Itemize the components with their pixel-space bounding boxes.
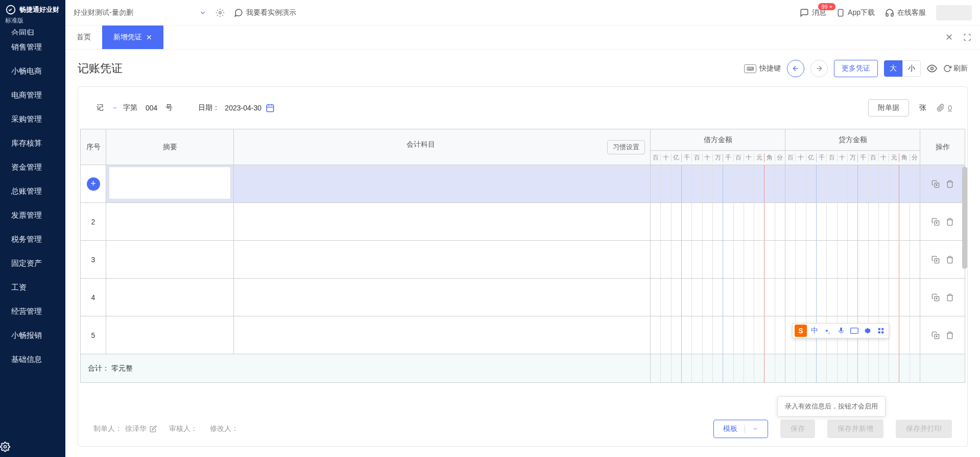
ime-lang[interactable]: 中 <box>809 325 820 336</box>
brand-name: 畅捷通好业财 <box>19 5 59 14</box>
tab-home[interactable]: 首页 <box>65 26 102 49</box>
template-button[interactable]: 模板 <box>713 420 768 438</box>
ime-skin-icon[interactable] <box>862 325 873 336</box>
sidebar-item-10[interactable]: 固定资产 <box>0 252 65 276</box>
delete-row-icon[interactable] <box>946 218 954 226</box>
account-cell[interactable] <box>234 316 651 354</box>
sidebar-item-0[interactable]: 合同归 <box>0 28 65 35</box>
summary-cell[interactable] <box>106 241 234 279</box>
sidebar-item-6[interactable]: 资金管理 <box>0 155 65 179</box>
attachment-count[interactable]: 0 <box>937 104 952 112</box>
modifier-label: 修改人： <box>210 424 238 433</box>
close-icon[interactable]: ✕ <box>146 33 152 41</box>
refresh-button[interactable]: 刷新 <box>943 64 968 73</box>
debit-cell[interactable] <box>651 279 785 316</box>
copy-row-icon[interactable] <box>931 293 940 302</box>
tab-new-voucher[interactable]: 新增凭证 ✕ <box>102 26 163 49</box>
delete-row-icon[interactable] <box>946 293 954 302</box>
debit-cell[interactable] <box>651 241 785 279</box>
add-row-button[interactable]: + <box>87 177 100 191</box>
credit-cell[interactable] <box>785 241 920 279</box>
copy-row-icon[interactable] <box>931 331 940 339</box>
tab-close-all-icon[interactable]: ✕ <box>943 32 954 43</box>
debit-cell[interactable] <box>651 316 785 354</box>
shortcut-button[interactable]: ⌨ 快捷键 <box>744 64 781 73</box>
sidebar-item-13[interactable]: 小畅报销 <box>0 324 65 348</box>
avatar[interactable] <box>936 5 972 20</box>
chevron-down-icon[interactable] <box>112 105 118 111</box>
fullscreen-icon[interactable] <box>962 32 973 43</box>
delete-row-icon[interactable] <box>946 180 954 188</box>
copy-row-icon[interactable] <box>931 256 940 264</box>
attach-document-button[interactable]: 附单据 <box>868 99 909 117</box>
tenant-settings-icon[interactable] <box>216 8 225 17</box>
voucher-type[interactable]: 记 <box>93 102 107 113</box>
voucher-number[interactable]: 004 <box>142 103 160 113</box>
copy-row-icon[interactable] <box>931 218 940 226</box>
delete-row-icon[interactable] <box>946 331 954 339</box>
digit-label: 千 <box>817 153 827 162</box>
more-vouchers-button[interactable]: 更多凭证 <box>834 60 878 77</box>
total-cell: 合计： 零元整 <box>81 354 651 383</box>
ime-keyboard-icon[interactable] <box>849 325 860 336</box>
credit-cell[interactable] <box>785 203 920 241</box>
summary-input[interactable] <box>109 167 231 199</box>
ime-punct-icon[interactable]: •, <box>822 325 833 336</box>
debit-cell[interactable] <box>651 203 785 241</box>
summary-cell[interactable] <box>106 279 234 316</box>
sidebar-item-2[interactable]: 小畅电商 <box>0 59 65 83</box>
credit-cell[interactable] <box>785 165 920 203</box>
app-download-button[interactable]: App下载 <box>836 8 875 17</box>
sidebar-settings-button[interactable] <box>0 437 65 457</box>
habit-settings-button[interactable]: 习惯设置 <box>607 140 645 154</box>
customer-service-button[interactable]: 在线客服 <box>885 8 926 17</box>
sidebar-item-11[interactable]: 工资 <box>0 276 65 300</box>
sidebar-item-1[interactable]: 销售管理 <box>0 35 65 59</box>
page-header: 记账凭证 ⌨ 快捷键 更多凭证 大 小 <box>78 60 968 77</box>
copy-row-icon[interactable] <box>931 180 940 188</box>
service-label: 在线客服 <box>897 8 926 17</box>
prev-voucher-button[interactable] <box>787 60 804 77</box>
summary-cell[interactable] <box>106 203 234 241</box>
size-large-option[interactable]: 大 <box>884 60 902 77</box>
account-cell[interactable] <box>234 241 651 279</box>
debit-cell[interactable] <box>651 165 785 203</box>
summary-cell[interactable] <box>106 165 234 203</box>
ime-toolbar[interactable]: S 中 •, <box>792 323 889 338</box>
ime-menu-icon[interactable] <box>875 325 887 336</box>
sidebar-item-7[interactable]: 总账管理 <box>0 179 65 203</box>
logo-icon <box>5 4 16 15</box>
sidebar-item-12[interactable]: 经营管理 <box>0 300 65 324</box>
edit-icon[interactable] <box>150 425 157 432</box>
sidebar-item-3[interactable]: 电商管理 <box>0 83 65 107</box>
sidebar-item-4[interactable]: 采购管理 <box>0 107 65 131</box>
messages-button[interactable]: 消息 99 + <box>800 8 826 17</box>
date-input[interactable]: 2023-04-30 <box>225 103 275 112</box>
account-cell[interactable] <box>234 165 651 203</box>
scrollbar-thumb[interactable] <box>962 167 967 269</box>
account-cell[interactable] <box>234 203 651 241</box>
summary-cell[interactable] <box>106 316 234 354</box>
next-voucher-button[interactable] <box>810 60 828 77</box>
credit-cell[interactable] <box>785 279 920 316</box>
sidebar-item-9[interactable]: 税务管理 <box>0 227 65 252</box>
sidebar-item-8[interactable]: 发票管理 <box>0 203 65 227</box>
svg-rect-8 <box>267 105 274 112</box>
svg-rect-31 <box>881 331 883 333</box>
th-credit: 贷方金额 <box>785 129 920 151</box>
demo-link[interactable]: 我要看实例演示 <box>234 8 296 17</box>
voucher-footer: 制单人： 徐泽华 审核人： 修改人： 模板 <box>78 409 967 438</box>
demo-link-label: 我要看实例演示 <box>246 8 296 17</box>
size-small-option[interactable]: 小 <box>902 60 921 77</box>
hao-label: 号 <box>165 103 173 112</box>
delete-row-icon[interactable] <box>946 256 954 264</box>
sidebar-item-5[interactable]: 库存核算 <box>0 131 65 155</box>
tenant-selector[interactable]: 好业财测试-量勿删 <box>74 8 206 17</box>
svg-rect-28 <box>878 328 880 330</box>
sidebar-item-14[interactable]: 基础信息 <box>0 348 65 372</box>
visibility-toggle-icon[interactable] <box>927 63 937 74</box>
arrow-left-icon <box>792 64 800 73</box>
account-cell[interactable] <box>234 279 651 316</box>
ime-mic-icon[interactable] <box>835 325 847 336</box>
table-row: 4 <box>81 279 965 316</box>
